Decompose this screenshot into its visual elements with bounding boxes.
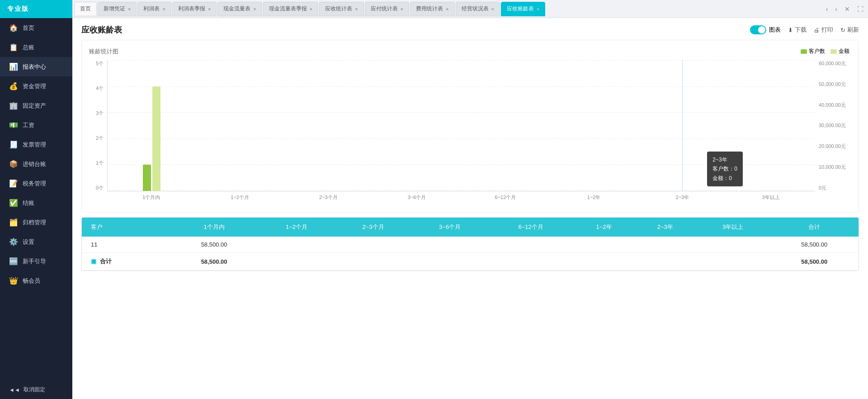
tab-profit-quarterly-close[interactable]: × bbox=[208, 6, 211, 12]
tab-payable-stat[interactable]: 应付统计表 × bbox=[365, 2, 409, 16]
chart-toggle-label: 图表 bbox=[769, 26, 781, 34]
tab-expense-stat-close[interactable]: × bbox=[446, 6, 448, 12]
tab-biz-status-label: 经营状况表 bbox=[462, 5, 489, 13]
sidebar-item-ledger[interactable]: 📋 总账 bbox=[0, 38, 72, 57]
tab-payable-stat-close[interactable]: × bbox=[401, 6, 403, 12]
chart-toggle[interactable]: 图表 bbox=[750, 25, 781, 34]
th-m23: 2~3个月 bbox=[335, 218, 412, 237]
y-left-5: 0个 bbox=[89, 185, 104, 191]
download-label: 下载 bbox=[795, 26, 807, 34]
y-left-3: 2个 bbox=[89, 135, 104, 142]
td-total-y3plus bbox=[696, 253, 770, 271]
td-m612 bbox=[488, 237, 574, 253]
y-left-1: 4个 bbox=[89, 85, 104, 92]
tab-receivable-stat[interactable]: 应收统计表 × bbox=[319, 2, 363, 16]
archive-icon: 🗂️ bbox=[9, 218, 18, 227]
tab-profit-quarterly[interactable]: 利润表季报 × bbox=[172, 2, 217, 16]
refresh-icon: ↻ bbox=[840, 27, 845, 33]
unpin-icon: ◄◄ bbox=[9, 387, 20, 393]
tab-biz-status[interactable]: 经营状况表 × bbox=[456, 2, 500, 16]
sidebar-item-label: 税务管理 bbox=[23, 180, 46, 188]
home-icon: 🏠 bbox=[9, 24, 18, 32]
tab-cashflow-quarterly[interactable]: 现金流量表季报 × bbox=[263, 2, 318, 16]
tab-nav-next[interactable]: › bbox=[832, 4, 840, 14]
y-right-1: 50,000.00元 bbox=[819, 81, 851, 88]
sidebar-item-home[interactable]: 🏠 首页 bbox=[0, 18, 72, 38]
td-total-y12 bbox=[574, 253, 635, 271]
tax-icon: 📝 bbox=[9, 179, 18, 188]
tab-nav-buttons: ‹ › ✕ ⛶ bbox=[823, 4, 866, 14]
toggle-thumb bbox=[758, 26, 765, 33]
tab-cashflow-quarterly-close[interactable]: × bbox=[310, 6, 312, 12]
tab-expand[interactable]: ⛶ bbox=[854, 4, 866, 14]
sidebar-item-finance[interactable]: 💰 资金管理 bbox=[0, 76, 72, 96]
tab-home[interactable]: 首页 bbox=[74, 2, 97, 16]
sidebar-item-vip[interactable]: 👑 畅会员 bbox=[0, 271, 72, 290]
sidebar-item-closing[interactable]: ✅ 结账 bbox=[0, 193, 72, 213]
sidebar-item-invoice[interactable]: 🧾 发票管理 bbox=[0, 135, 72, 154]
y-right-4: 20,000.00元 bbox=[819, 143, 851, 150]
print-label: 打印 bbox=[821, 26, 833, 34]
tab-profit[interactable]: 利润表 × bbox=[137, 2, 171, 16]
toggle-track[interactable] bbox=[750, 25, 766, 34]
y-axis-left: 5个 4个 3个 2个 1个 0个 bbox=[89, 60, 107, 205]
unpin-button[interactable]: ◄◄ 取消固定 bbox=[0, 380, 72, 399]
download-button[interactable]: ⬇ 下载 bbox=[788, 26, 807, 34]
th-y3plus: 3年以上 bbox=[696, 218, 770, 237]
x-axis: 1个月内 1~2个月 2~3个月 3~6个月 6~12个月 1~2年 2~3年 … bbox=[107, 191, 815, 205]
sidebar-item-salary[interactable]: 💵 工资 bbox=[0, 115, 72, 135]
bar-group-4[interactable] bbox=[462, 60, 550, 191]
tab-voucher-close[interactable]: × bbox=[128, 6, 131, 12]
td-y23 bbox=[635, 237, 696, 253]
tab-biz-status-close[interactable]: × bbox=[491, 6, 494, 12]
sidebar-item-settings[interactable]: ⚙️ 设置 bbox=[0, 232, 72, 252]
tab-receivable-stat-close[interactable]: × bbox=[355, 6, 358, 12]
bar-group-3[interactable] bbox=[373, 60, 462, 191]
sidebar-item-report[interactable]: 📊 报表中心 bbox=[0, 57, 72, 76]
tooltip-title: 2~3年 bbox=[712, 155, 737, 164]
tab-profit-close[interactable]: × bbox=[162, 6, 165, 12]
bar-group-5[interactable] bbox=[550, 60, 638, 191]
refresh-button[interactable]: ↻ 刷新 bbox=[840, 26, 859, 34]
bar-group-2[interactable] bbox=[284, 60, 373, 191]
guide-icon: 🆕 bbox=[9, 257, 18, 266]
x-label-4: 6~12个月 bbox=[461, 191, 550, 205]
bar-group-0[interactable] bbox=[108, 60, 196, 191]
chart-grid: 2~3年 客户数：0 金额：0 bbox=[107, 60, 815, 191]
sidebar-item-label: 总账 bbox=[23, 43, 34, 52]
td-y3plus bbox=[696, 237, 770, 253]
legend-customers-dot bbox=[801, 49, 807, 54]
td-m23 bbox=[335, 237, 412, 253]
y-right-2: 40,000.00元 bbox=[819, 102, 851, 109]
y-right-3: 30,000.00元 bbox=[819, 122, 851, 129]
sidebar-item-archive[interactable]: 🗂️ 归档管理 bbox=[0, 213, 72, 232]
chart-body: 2~3年 客户数：0 金额：0 1个月内 1~2个月 2~3个月 3~6个月 6… bbox=[107, 60, 815, 205]
td-total: 58,500.00 bbox=[770, 237, 859, 253]
td-m1: 58,500.00 bbox=[170, 237, 258, 253]
sidebar-item-tax[interactable]: 📝 税务管理 bbox=[0, 174, 72, 193]
tooltip-amount: 金额：0 bbox=[712, 174, 737, 183]
tab-aging-close[interactable]: × bbox=[537, 6, 539, 12]
refresh-label: 刷新 bbox=[847, 26, 859, 34]
bar-group-1[interactable] bbox=[196, 60, 285, 191]
chart-legend: 客户数 金额 bbox=[801, 48, 849, 55]
sidebar-item-guide[interactable]: 🆕 新手引导 bbox=[0, 252, 72, 271]
tab-aging[interactable]: 应收账龄表 × bbox=[501, 2, 545, 16]
x-label-7: 3年以上 bbox=[726, 191, 815, 205]
header-actions: 图表 ⬇ 下载 🖨 打印 ↻ 刷新 bbox=[750, 25, 859, 34]
tab-voucher-label: 新增凭证 bbox=[104, 5, 125, 13]
sidebar: 专业版 🏠 首页 📋 总账 📊 报表中心 💰 资金管理 🏢 固定资产 💵 工资 … bbox=[0, 0, 72, 399]
tab-voucher[interactable]: 新增凭证 × bbox=[98, 2, 137, 16]
print-button[interactable]: 🖨 打印 bbox=[814, 26, 833, 34]
tab-cashflow[interactable]: 现金流量表 × bbox=[217, 2, 262, 16]
sidebar-item-assets[interactable]: 🏢 固定资产 bbox=[0, 96, 72, 115]
tab-cashflow-label: 现金流量表 bbox=[223, 5, 250, 13]
tab-cashflow-close[interactable]: × bbox=[253, 6, 256, 12]
tab-expense-stat[interactable]: 费用统计表 × bbox=[410, 2, 454, 16]
chart-container: 5个 4个 3个 2个 1个 0个 bbox=[89, 60, 851, 205]
tab-close-all[interactable]: ✕ bbox=[842, 4, 853, 14]
y-axis-right: 60,000.00元 50,000.00元 40,000.00元 30,000.… bbox=[815, 60, 851, 205]
sidebar-item-purchase[interactable]: 📦 进销台账 bbox=[0, 154, 72, 174]
sidebar-item-label: 首页 bbox=[23, 24, 34, 32]
tab-nav-prev[interactable]: ‹ bbox=[823, 4, 831, 14]
